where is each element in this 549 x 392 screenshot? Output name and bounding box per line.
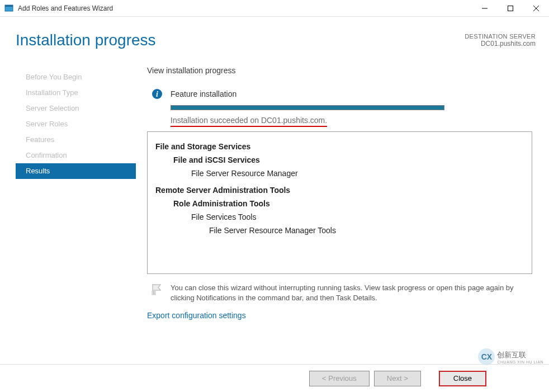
tree-item: Remote Server Administration Tools <box>155 183 524 197</box>
progress-wrap <box>171 105 532 110</box>
nav-server-selection: Server Selection <box>16 101 136 116</box>
watermark-sub: CHUANG XIN HU LIAN <box>497 360 543 364</box>
minimize-button[interactable] <box>472 0 498 17</box>
flag-icon: 1 <box>150 283 164 296</box>
watermark: CX 创新互联 CHUANG XIN HU LIAN <box>478 348 543 365</box>
previous-button: < Previous <box>309 371 370 386</box>
destination-server: DC01.pushits.com <box>465 40 536 48</box>
svg-text:i: i <box>156 90 158 98</box>
tree-item: File Server Resource Manager Tools <box>155 224 524 237</box>
tree-item: File Services Tools <box>155 210 524 224</box>
window-controls <box>472 0 549 16</box>
nav-confirmation: Confirmation <box>16 148 136 163</box>
next-button: Next > <box>374 371 421 386</box>
page-header: Installation progress DESTINATION SERVER… <box>0 17 549 55</box>
status-text: Installation succeeded on DC01.pushits.c… <box>171 116 327 127</box>
maximize-button[interactable] <box>498 0 523 17</box>
section-label: View installation progress <box>147 66 532 75</box>
footnote-row: 1 You can close this wizard without inte… <box>147 283 532 303</box>
window-title: Add Roles and Features Wizard <box>18 4 472 12</box>
nav-features: Features <box>16 132 136 148</box>
svg-rect-3 <box>508 6 513 11</box>
destination-block: DESTINATION SERVER DC01.pushits.com <box>465 33 536 48</box>
results-box: File and Storage Services File and iSCSI… <box>147 131 532 274</box>
nav-results[interactable]: Results <box>16 163 136 179</box>
feature-label: Feature installation <box>171 89 236 98</box>
svg-text:1: 1 <box>153 291 155 295</box>
status-wrap: Installation succeeded on DC01.pushits.c… <box>171 116 532 125</box>
app-icon <box>4 4 13 13</box>
page-title: Installation progress <box>16 31 465 49</box>
watermark-logo: CX <box>478 348 495 365</box>
export-link[interactable]: Export configuration settings <box>147 311 246 320</box>
feature-row: i Feature installation <box>147 88 532 100</box>
wizard-nav: Before You Begin Installation Type Serve… <box>16 55 136 320</box>
tree-item: Role Administration Tools <box>155 197 524 210</box>
wizard-main: View installation progress i Feature ins… <box>136 55 549 320</box>
window-titlebar: Add Roles and Features Wizard <box>0 0 549 17</box>
tree-item: File and Storage Services <box>155 140 524 153</box>
close-window-button[interactable] <box>523 0 549 17</box>
nav-installation-type: Installation Type <box>16 85 136 101</box>
footnote-text: You can close this wizard without interr… <box>171 283 532 303</box>
progress-bar <box>171 105 444 110</box>
nav-before-you-begin: Before You Begin <box>16 69 136 85</box>
info-icon: i <box>152 88 163 100</box>
watermark-brand: 创新互联 <box>497 350 543 360</box>
svg-rect-1 <box>5 5 13 7</box>
wizard-button-row: < Previous Next > Close <box>0 364 549 392</box>
tree-item: File Server Resource Manager <box>155 167 524 180</box>
destination-label: DESTINATION SERVER <box>465 33 536 40</box>
tree-item: File and iSCSI Services <box>155 153 524 167</box>
close-button[interactable]: Close <box>439 371 486 386</box>
nav-server-roles: Server Roles <box>16 116 136 132</box>
